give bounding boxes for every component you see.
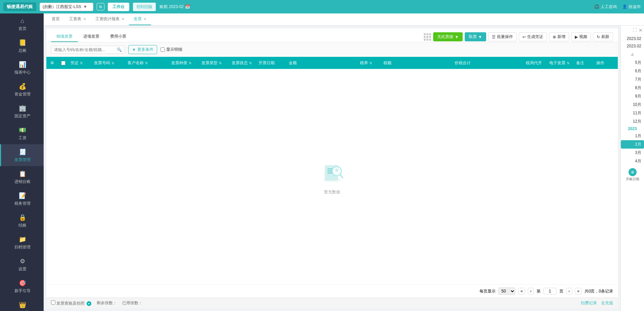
period-label: 账期 <box>159 4 168 10</box>
sidebar-item-ledger[interactable]: 📒 总账 <box>0 35 44 57</box>
switch-old-button[interactable]: 切到旧版 <box>133 2 156 11</box>
page-size-select[interactable]: 20 50 100 <box>498 287 515 295</box>
search-icon[interactable]: 🔍 <box>117 47 122 52</box>
sidebar-item-guide[interactable]: 🎯 新手引导 <box>0 275 44 297</box>
th-checkbox[interactable] <box>60 61 69 65</box>
add-record-link[interactable]: 扣费记录 <box>581 300 597 306</box>
date-panel-maximize-icon[interactable]: ⛶ <box>633 28 637 32</box>
tab-home[interactable]: 首页 <box>47 13 64 25</box>
th-invoice-type-sort-icon[interactable]: ⇅ <box>189 61 191 65</box>
th-invoice-no: 发票号码 ⇅ <box>93 60 126 66</box>
ledger-icon: 📒 <box>19 39 26 46</box>
sub-tab-expense[interactable]: 费用小票 <box>105 32 132 42</box>
tab-salary-table-close[interactable]: ✕ <box>83 17 86 21</box>
date-item-12[interactable]: 12月 <box>621 117 644 126</box>
tab-salary-stats[interactable]: 工资统计报表 ✕ <box>91 13 129 25</box>
th-e-invoice-sort-icon[interactable]: ⇅ <box>567 61 569 65</box>
grid-view-icon[interactable] <box>424 33 431 41</box>
th-tax-rate: 税率 ⇅ <box>359 60 382 66</box>
date-panel-close-icon[interactable]: ✕ <box>639 28 643 33</box>
th-amount: 金额 <box>287 60 359 66</box>
date-item-2023-02-a[interactable]: 2023.02 <box>621 35 644 42</box>
th-customer-sort-icon[interactable]: ⇅ <box>145 61 148 65</box>
th-invoice-type: 发票种类 ⇅ <box>170 60 200 66</box>
status-bar: 发票查验及拍照 ● 剩余张数： 已用张数： 扣费记录 去充值 <box>46 298 618 308</box>
th-voucher-sort-icon[interactable]: ⇅ <box>80 61 83 65</box>
sidebar-item-invoices[interactable]: 🧾 发票管理 <box>0 144 44 166</box>
sidebar-item-assets[interactable]: 🏢 固定资产 <box>0 101 44 122</box>
batch-ops-button[interactable]: ☰ 批量操作 <box>488 32 517 41</box>
sidebar-item-archive[interactable]: 📁 归档管理 <box>0 232 44 254</box>
user-avatar-button[interactable]: 👤 徐溢华 <box>622 4 641 10</box>
sidebar-item-settings[interactable]: ⚙ 设置 <box>0 254 44 275</box>
search-input[interactable] <box>54 47 115 52</box>
new-button[interactable]: ⊕ 新增 <box>549 32 569 41</box>
date-item-10[interactable]: 10月 <box>621 101 644 109</box>
date-item-5[interactable]: 5月 <box>621 59 644 67</box>
verify-checkbox[interactable] <box>51 300 55 305</box>
open-period-icon[interactable]: ⊕ <box>629 168 637 176</box>
date-item-2023-02-b[interactable]: 2023.02 <box>621 42 644 50</box>
calendar-icon[interactable]: 📅 <box>185 4 190 9</box>
top-bar: 畅捷通易代账 (勿删）江西股宝-LSS ▼ ⧉ 工作台 切到旧版 账期 2023… <box>0 0 644 13</box>
sidebar-item-member[interactable]: 👑 畅会员 <box>0 297 44 311</box>
sidebar-item-funds[interactable]: 💰 资金管理 <box>0 79 44 101</box>
company-selector[interactable]: (勿删）江西股宝-LSS ▼ <box>40 3 93 11</box>
tab-salary-table[interactable]: 工资表 ✕ <box>64 13 91 25</box>
sidebar-item-tax[interactable]: 📝 税务管理 <box>0 188 44 210</box>
empty-illustration <box>319 158 346 185</box>
tab-invoice[interactable]: 发票 ✕ <box>129 13 151 25</box>
sidebar-item-close[interactable]: 🔒 结账 <box>0 210 44 232</box>
th-settings[interactable]: ⚙ <box>49 61 60 65</box>
th-invoice-no-sort-icon[interactable]: ⇅ <box>111 61 114 65</box>
invoices-icon: 🧾 <box>19 148 26 156</box>
prev-page-button[interactable]: ‹ <box>528 288 534 295</box>
verify-label: 发票查验及拍照 <box>56 301 85 306</box>
tab-home-label: 首页 <box>52 16 60 22</box>
th-invoice-category: 发票类型 ⇅ <box>200 60 230 66</box>
sidebar-label-guide: 新手引导 <box>14 288 31 294</box>
tab-invoice-close[interactable]: ✕ <box>144 17 146 21</box>
date-item-8[interactable]: 8月 <box>621 84 644 92</box>
refresh-label: 刷新 <box>601 34 609 40</box>
workbench-button[interactable]: 工作台 <box>108 3 129 11</box>
sidebar-item-reports[interactable]: 📊 报表中心 <box>0 57 44 79</box>
more-link[interactable]: 去充值 <box>601 300 613 306</box>
th-tax-label: 税额 <box>383 60 392 66</box>
page-number-input[interactable] <box>543 288 557 295</box>
take-ticket-button[interactable]: 取票 ▼ <box>465 32 486 41</box>
last-page-button[interactable]: » <box>575 288 582 295</box>
show-detail-checkbox-wrap[interactable]: 显示明细 <box>160 47 182 52</box>
th-tax-rate-sort-icon[interactable]: ⇅ <box>369 61 372 65</box>
more-conditions-button[interactable]: ▼ 更多条件 <box>128 45 157 54</box>
date-item-2023-3[interactable]: 3月 <box>621 149 644 157</box>
date-item-6[interactable]: 6月 <box>621 67 644 75</box>
th-invoice-status-sort-icon[interactable]: ⇅ <box>249 61 252 65</box>
ai-consult-button[interactable]: 🎧 人工咨询 <box>594 4 617 10</box>
select-all-checkbox[interactable] <box>61 61 65 65</box>
copy-company-button[interactable]: ⧉ <box>97 3 104 10</box>
date-item-9[interactable]: 9月 <box>621 92 644 101</box>
empty-text: 暂无数据 <box>324 189 340 195</box>
th-invoice-category-sort-icon[interactable]: ⇅ <box>219 61 222 65</box>
sidebar-item-sales[interactable]: 📋 进销台账 <box>0 166 44 188</box>
video-button[interactable]: ▶ 视频 <box>571 32 591 41</box>
first-page-button[interactable]: « <box>518 288 525 295</box>
gen-voucher-button[interactable]: ↩ 生成凭证 <box>519 32 547 41</box>
refresh-button[interactable]: ↻ 刷新 <box>593 32 613 41</box>
gen-voucher-icon: ↩ <box>522 35 526 39</box>
next-page-button[interactable]: › <box>566 288 572 295</box>
date-item-2023-4[interactable]: 4月 <box>621 157 644 165</box>
sidebar-label-reports: 报表中心 <box>14 70 31 75</box>
show-detail-checkbox[interactable] <box>160 47 165 52</box>
tab-salary-stats-close[interactable]: ✕ <box>122 17 124 21</box>
no-ticket-button[interactable]: 无此票据 ▼ <box>433 32 463 41</box>
sidebar-item-salary[interactable]: 💵 工资 <box>0 122 44 144</box>
sub-tab-purchase[interactable]: 进项发票 <box>78 32 105 42</box>
sidebar-item-home[interactable]: ⌂ 首页 <box>0 13 44 35</box>
date-item-7[interactable]: 7月 <box>621 75 644 84</box>
date-item-2023-2[interactable]: 2月 <box>621 140 644 149</box>
date-item-11[interactable]: 11月 <box>621 109 644 117</box>
sub-tab-sales[interactable]: 销项发票 <box>51 32 78 42</box>
date-item-2023-1[interactable]: 1月 <box>621 132 644 140</box>
